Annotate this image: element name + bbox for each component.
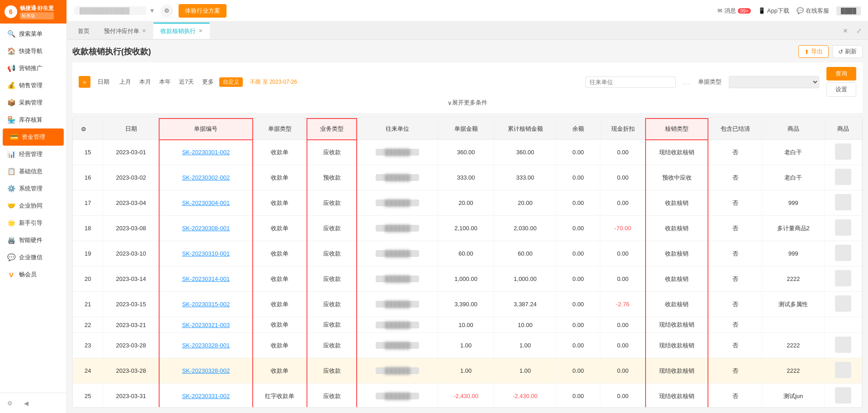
sidebar-item-quicknav[interactable]: 🏠 快捷导航: [0, 43, 66, 60]
topbar-solution-button[interactable]: 体验行业方案: [179, 4, 226, 18]
cell-code: SK-20230308-001: [159, 216, 253, 241]
code-link[interactable]: SK-20230301-002: [182, 149, 230, 156]
code-link[interactable]: SK-20230315-002: [182, 301, 230, 308]
service-icon: 💬: [797, 7, 804, 14]
topbar-brand-text: ████████████: [74, 6, 146, 15]
topbar-messages[interactable]: ✉ 消息 99+: [717, 7, 751, 15]
cell-amount: 360.00: [438, 140, 494, 165]
table-row: 22 2023-03-21 SK-20230321-003 收款单 应收款 ██…: [73, 317, 862, 333]
member-icon: V: [7, 271, 15, 279]
sidebar-settings-button[interactable]: ⚙: [4, 397, 16, 409]
filter-date-last-month[interactable]: 上月: [117, 77, 134, 87]
cell-biz-type: 应收款: [307, 190, 357, 216]
filter-date-this-year[interactable]: 本年: [156, 77, 174, 87]
refresh-button[interactable]: ↺ 刷新: [832, 45, 863, 58]
topbar-service[interactable]: 💬 在线客服: [797, 7, 829, 15]
sidebar-item-operation[interactable]: 📊 经营管理: [0, 146, 66, 163]
filter-date-7days[interactable]: 近7天: [176, 77, 197, 87]
cell-balance: 0.00: [557, 216, 600, 241]
code-link[interactable]: SK-20230321-003: [182, 322, 230, 328]
cell-amount: 1.00: [438, 333, 494, 358]
topbar-user[interactable]: ████: [836, 6, 861, 15]
sidebar-item-system[interactable]: ⚙️ 系统管理: [0, 180, 66, 197]
code-link[interactable]: SK-20230308-001: [182, 225, 230, 232]
sidebar-navigation: 🔍 搜索菜单 🏠 快捷导航 📢 营销推广 💰 销售管理 📦 采购管理 🏪 库存核…: [0, 24, 66, 393]
tabbar-close-button[interactable]: ✕: [840, 25, 851, 36]
query-button[interactable]: 查询: [826, 67, 856, 81]
code-link[interactable]: SK-20230328-002: [182, 367, 230, 374]
sidebar-item-guide[interactable]: 🌟 新手引导: [0, 214, 66, 232]
code-link[interactable]: SK-20230302-002: [182, 174, 230, 181]
filter-settings-button[interactable]: 设置: [826, 82, 856, 97]
sidebar-item-marketing[interactable]: 📢 营销推广: [0, 60, 66, 77]
sidebar-bottom: ⚙ ◀: [0, 393, 66, 413]
col-settings-icon[interactable]: ⚙: [77, 123, 90, 135]
code-link[interactable]: SK-20230331-002: [182, 393, 230, 399]
cell-verify-type: 收款核销: [646, 216, 708, 241]
tab-verify[interactable]: 收款核销执行 ✕: [153, 23, 210, 39]
export-button[interactable]: ⬆ 导出: [798, 45, 829, 58]
sidebar-item-corp[interactable]: 🤝 企业协同: [0, 197, 66, 214]
cell-discount: 0.00: [600, 266, 646, 292]
cell-goods: 老白干: [762, 165, 825, 190]
topbar-app-download[interactable]: 📱 App下载: [758, 7, 789, 15]
tab-prepay-label: 预付冲应付单: [104, 27, 139, 35]
sidebar-item-member[interactable]: V 畅会员: [0, 266, 66, 283]
sidebar-logo-icon: 6: [5, 5, 17, 18]
tab-home[interactable]: 首页: [71, 23, 97, 39]
sidebar-item-wechat[interactable]: 💬 企业微信: [0, 249, 66, 266]
cell-settled: 否: [708, 384, 762, 408]
cell-num: 16: [73, 165, 103, 190]
refresh-label: 刷新: [845, 47, 857, 56]
cell-discount: -70.00: [600, 216, 646, 241]
topbar: ████████████ ▼ ⚙ 体验行业方案 ✉ 消息 99+ 📱 App下载…: [67, 0, 868, 22]
topbar-gear-button[interactable]: ⚙: [160, 5, 173, 17]
cell-verify-type: 收款核销: [646, 190, 708, 216]
cell-biz-type: 应收款: [307, 266, 357, 292]
cell-amount: 1.00: [438, 358, 494, 384]
col-header-balance: 余额: [557, 119, 600, 140]
chevron-down-icon: ∨: [448, 100, 452, 106]
expand-more-button[interactable]: ∨ 展开更多条件: [79, 97, 856, 109]
filter-toggle-button[interactable]: »: [79, 76, 90, 88]
cell-balance: 0.00: [557, 384, 600, 408]
sidebar-item-hardware[interactable]: 🖨️ 智能硬件: [0, 232, 66, 249]
filter-date-custom[interactable]: 自定义: [219, 77, 243, 87]
topbar-dropdown-icon[interactable]: ▼: [149, 7, 155, 14]
table-row: 15 2023-03-01 SK-20230301-002 收款单 应收款 ██…: [73, 140, 862, 165]
sidebar-item-sales[interactable]: 💰 销售管理: [0, 77, 66, 94]
tab-prepay[interactable]: 预付冲应付单 ✕: [97, 23, 153, 39]
sidebar-item-label: 营销推广: [19, 64, 42, 72]
cell-goods: 多计量商品2: [762, 216, 825, 241]
tab-prepay-close[interactable]: ✕: [142, 28, 146, 34]
topbar-service-label: 在线客服: [806, 7, 829, 15]
sidebar-item-search[interactable]: 🔍 搜索菜单: [0, 25, 66, 43]
table-body: 15 2023-03-01 SK-20230301-002 收款单 应收款 ██…: [73, 140, 862, 408]
sidebar-item-inventory[interactable]: 🏪 库存核算: [0, 111, 66, 128]
sidebar-item-basic[interactable]: 📋 基础信息: [0, 163, 66, 180]
filter-partner-input[interactable]: [585, 76, 676, 88]
tab-verify-close[interactable]: ✕: [198, 28, 203, 34]
code-link[interactable]: SK-20230310-001: [182, 250, 230, 257]
table-row: 21 2023-03-15 SK-20230315-002 收款单 应收款 ██…: [73, 292, 862, 317]
export-icon: ⬆: [804, 48, 809, 55]
sidebar-item-finance[interactable]: 💳 资金管理: [3, 128, 64, 146]
sidebar-brand-badge: 标推版: [20, 12, 54, 19]
code-link[interactable]: SK-20230304-001: [182, 199, 230, 206]
export-label: 导出: [811, 47, 823, 56]
filter-date-more[interactable]: 更多: [199, 77, 217, 87]
filter-date-this-month[interactable]: 本月: [137, 77, 154, 87]
filter-voucher-type-select[interactable]: [729, 76, 819, 88]
sidebar-item-label: 快捷导航: [19, 47, 42, 55]
cell-num: 22: [73, 317, 103, 333]
sidebar-item-purchase[interactable]: 📦 采购管理: [0, 94, 66, 111]
cell-voucher-type: 收款单: [253, 333, 307, 358]
col-header-settings[interactable]: ⚙: [73, 119, 103, 140]
cell-biz-type: 应收款: [307, 317, 357, 333]
code-link[interactable]: SK-20230314-001: [182, 275, 230, 282]
cell-acc-amount: 2,030.00: [494, 216, 557, 241]
code-link[interactable]: SK-20230328-001: [182, 342, 230, 349]
sidebar-collapse-button[interactable]: ◀: [20, 397, 33, 409]
cell-settled: 否: [708, 140, 762, 165]
tabbar-expand-button[interactable]: ⤢: [854, 25, 864, 36]
